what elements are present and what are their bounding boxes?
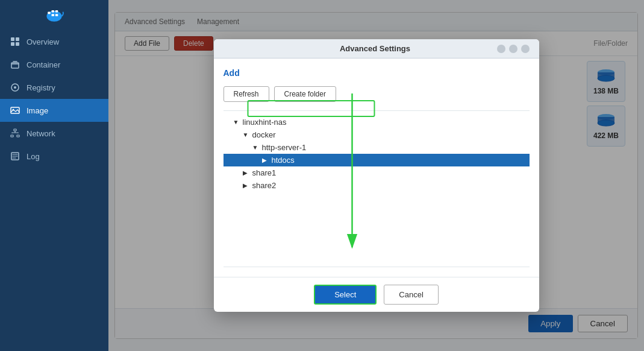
- sidebar-overview-label: Overview: [27, 37, 59, 46]
- tree-label-share1: share1: [252, 168, 277, 177]
- cancel-button[interactable]: Cancel: [384, 285, 438, 305]
- box-icon: [10, 59, 20, 70]
- tree-label-share2: share2: [252, 181, 277, 190]
- expand-arrow-share1: ▶: [243, 169, 252, 176]
- sidebar-image-label: Image: [27, 106, 48, 115]
- modal-toolbar: Refresh Create folder: [224, 86, 530, 102]
- tree-item-root[interactable]: ▼ linuxhint-nas: [224, 116, 530, 128]
- registry-icon: [10, 82, 20, 93]
- modal-dialog: Advanced Settings ─ □ × Add Refresh Crea…: [214, 39, 539, 312]
- svg-rect-6: [11, 37, 14, 41]
- tree-label-http-server: http-server-1: [262, 143, 307, 152]
- sidebar-item-log[interactable]: Log: [0, 145, 108, 168]
- modal-body: Add Refresh Create folder ▼ linuxhint-na…: [214, 58, 539, 277]
- modal-titlebar: Advanced Settings ─ □ ×: [214, 39, 539, 58]
- sidebar-item-overview[interactable]: Overview: [0, 30, 108, 53]
- expand-arrow-root: ▼: [233, 119, 243, 125]
- main-content: Advanced Settings Management Add File De…: [108, 0, 644, 351]
- tree-item-htdocs[interactable]: ▶ htdocs: [224, 154, 530, 166]
- svg-rect-1: [48, 12, 51, 14]
- sidebar-item-registry[interactable]: Registry: [0, 76, 108, 99]
- svg-rect-17: [17, 135, 19, 137]
- tree-label-htdocs: htdocs: [272, 156, 295, 165]
- log-icon: [10, 151, 20, 162]
- sidebar-network-label: Network: [27, 129, 55, 138]
- tree-item-docker[interactable]: ▼ docker: [224, 128, 530, 141]
- sidebar-registry-label: Registry: [27, 83, 55, 92]
- app-container: Overview Container Registry: [0, 0, 644, 351]
- svg-rect-2: [52, 10, 55, 13]
- grid-icon: [10, 36, 20, 47]
- file-tree: ▼ linuxhint-nas ▼ docker ▼ http-server-1: [224, 110, 530, 267]
- minimize-button[interactable]: ─: [497, 45, 505, 53]
- image-icon: [10, 105, 20, 116]
- refresh-button[interactable]: Refresh: [224, 86, 269, 102]
- svg-point-12: [14, 86, 16, 89]
- tree-item-http-server[interactable]: ▼ http-server-1: [224, 141, 530, 154]
- expand-arrow-htdocs: ▶: [262, 157, 272, 163]
- sidebar-item-image[interactable]: Image: [0, 99, 108, 122]
- app-logo: [0, 0, 108, 30]
- sidebar-container-label: Container: [27, 60, 60, 69]
- sidebar-log-label: Log: [27, 152, 40, 161]
- modal-overlay: Advanced Settings ─ □ × Add Refresh Crea…: [108, 0, 644, 351]
- close-button[interactable]: ×: [521, 45, 530, 53]
- expand-arrow-share2: ▶: [243, 182, 252, 189]
- modal-footer: Select Cancel: [214, 277, 539, 312]
- network-icon: [10, 128, 20, 139]
- svg-rect-9: [16, 42, 19, 46]
- svg-rect-16: [11, 135, 13, 137]
- select-button[interactable]: Select: [314, 285, 377, 305]
- whale-icon: [43, 4, 65, 26]
- svg-rect-4: [55, 14, 58, 16]
- expand-arrow-docker: ▼: [243, 131, 252, 138]
- tree-item-share1[interactable]: ▶ share1: [224, 166, 530, 179]
- sidebar-item-container[interactable]: Container: [0, 53, 108, 76]
- create-folder-button[interactable]: Create folder: [274, 86, 336, 102]
- svg-rect-5: [52, 14, 55, 16]
- expand-arrow-http-server: ▼: [252, 144, 262, 151]
- sidebar: Overview Container Registry: [0, 0, 108, 351]
- sidebar-item-network[interactable]: Network: [0, 122, 108, 145]
- maximize-button[interactable]: □: [509, 45, 517, 53]
- tree-item-share2[interactable]: ▶ share2: [224, 179, 530, 192]
- svg-rect-3: [55, 10, 58, 13]
- modal-title: Advanced Settings: [254, 44, 497, 53]
- tree-label-root: linuxhint-nas: [243, 118, 287, 127]
- tree-label-docker: docker: [252, 130, 276, 139]
- svg-rect-15: [14, 129, 16, 131]
- window-controls: ─ □ ×: [497, 45, 530, 53]
- svg-rect-8: [11, 42, 14, 46]
- modal-subtitle: Add: [224, 68, 530, 78]
- svg-rect-7: [16, 37, 19, 41]
